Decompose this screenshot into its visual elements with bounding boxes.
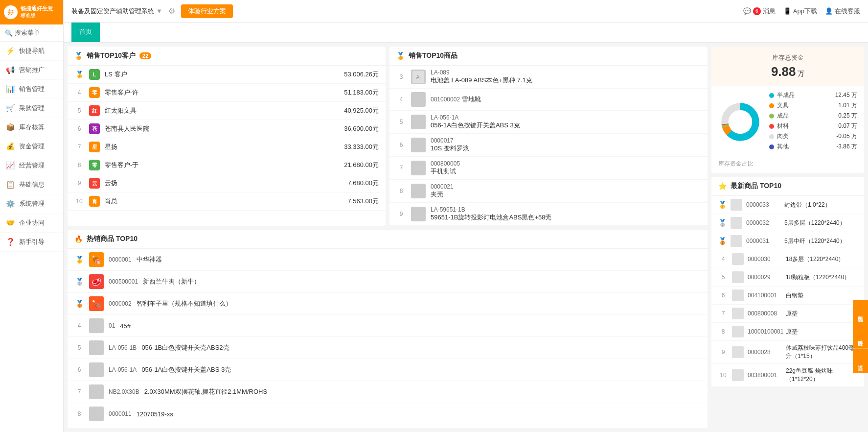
product-image	[732, 253, 744, 265]
avatar: 零	[89, 87, 100, 98]
legend-item-meat: 肉类 -0.05 万	[769, 132, 857, 141]
rank-num: 6	[74, 125, 84, 132]
hot-products-body: 🥇 🍖 0000001 中华神器 🥈 🥩 000500001 新西兰牛肉（新牛）…	[68, 249, 708, 428]
float-btn-live[interactable]: 直播	[853, 349, 868, 373]
product-row: 5 LA-056-1B 056-1B白色按键开关壳ABS2壳	[68, 337, 708, 359]
table-row: 9 云 云扬 7,680.00元	[68, 174, 386, 192]
product-code: 0000032	[746, 219, 780, 226]
table-row: 10 肖 肖总 7,563.00元	[68, 192, 386, 211]
product-image	[89, 340, 104, 355]
sidebar-item-guide[interactable]: ❓ 新手引导	[0, 233, 63, 252]
product-code: 0000033	[746, 201, 780, 208]
sidebar-item-inventory[interactable]: 📦 库存核算	[0, 118, 63, 137]
donut-chart	[718, 100, 762, 144]
product-name: 056-1B白色按键开关壳ABS2壳	[141, 343, 229, 352]
rank-num: 9	[74, 180, 84, 187]
sidebar-item-finance[interactable]: 💰 资金管理	[0, 137, 63, 156]
product-row: 6 LA-056-1A 056-1A白色按键开关盖ABS 3壳	[68, 359, 708, 381]
system-name: 装备及固定资产辅助管理系统	[71, 7, 154, 16]
legend-value: 1.01 万	[838, 101, 857, 110]
sidebar-item-quick-nav[interactable]: ⚡ 快捷导航	[0, 42, 63, 61]
messages-item[interactable]: 💬 6 消息	[743, 7, 776, 16]
sidebar-item-basics[interactable]: 📋 基础信息	[0, 175, 63, 194]
inventory-value: 9.88	[771, 64, 796, 79]
top-products-sales-title: 销售TOP10商品	[409, 51, 457, 60]
table-row: 4 零 零售客户-许 51,183.00元	[68, 84, 386, 102]
sidebar-item-operations[interactable]: 📈 经营管理	[0, 156, 63, 175]
app-download-item[interactable]: 📱 App下载	[783, 7, 817, 16]
product-name: 056-1A白色按键开关盖ABS 3壳	[141, 365, 231, 374]
product-code: NB2.0X30B	[109, 388, 139, 395]
enterprise-icon: 🤝	[6, 218, 15, 227]
top-customers-panel: 🏅 销售TOP10客户 22 🥇 L LS 客户 53,006.26元 4	[68, 47, 386, 226]
trial-button[interactable]: 体验行业方案	[181, 4, 233, 18]
sidebar-item-purchase[interactable]: 🛒 采购管理	[0, 99, 63, 118]
settings-icon[interactable]: ⚙	[168, 6, 175, 16]
operations-icon: 📈	[6, 161, 15, 170]
product-image	[89, 384, 104, 399]
search-icon: 🔍	[5, 29, 13, 37]
top-products-sales-body: 3 Ai LA-089 电池盖 LA-089 ABS本色+黑种 7.1克 4	[389, 66, 708, 226]
product-code: 0000030	[748, 256, 782, 263]
sidebar-item-label: 营销推广	[19, 66, 45, 74]
rank-num: 4	[74, 89, 84, 96]
product-name: 5层中纤（1220*2440）	[784, 237, 857, 245]
float-btn-service[interactable]: 客服热线	[853, 300, 868, 324]
svg-text:Ai: Ai	[416, 74, 421, 80]
product-name: 056-1A白色按键开关盖ABS 3克	[431, 121, 701, 130]
rank-num: 7	[718, 310, 728, 317]
table-row: 7 星 星扬 33,333.00元	[68, 138, 386, 156]
product-row: 3 Ai LA-089 电池盖 LA-089 ABS本色+黑种 7.1克	[389, 66, 708, 89]
sidebar-logo: 好 畅捷通好生意 标准版	[0, 0, 63, 24]
messages-badge: 6	[753, 7, 761, 15]
sidebar-item-enterprise[interactable]: 🤝 企业协同	[0, 214, 63, 233]
hot-products-title: 热销商品 TOP10	[87, 235, 137, 243]
customer-name: 云扬	[105, 179, 343, 188]
avatar: 零	[89, 160, 100, 170]
finance-icon: 💰	[6, 142, 15, 151]
product-name: 45#	[120, 322, 131, 330]
product-name: 12070519-xs	[137, 410, 173, 418]
legend-name: 其他	[777, 143, 833, 151]
service-icon: 👤	[825, 7, 833, 15]
product-code: LA-056-1A	[431, 114, 701, 121]
messages-label: 消息	[763, 7, 776, 16]
legend-dot	[769, 134, 774, 139]
customer-amount: 53,006.26元	[344, 70, 379, 79]
sidebar-item-label: 基础信息	[19, 180, 45, 189]
sidebar-item-label: 新手引导	[19, 238, 45, 246]
header-right: 💬 6 消息 📱 App下载 👤 在线客服	[743, 7, 860, 16]
table-row: 8 零 零售客户-于 21,680.00元	[68, 156, 386, 174]
online-service-item[interactable]: 👤 在线客服	[825, 7, 860, 16]
float-btn-community[interactable]: 服务社区	[853, 324, 868, 349]
rank-num: 5	[718, 274, 728, 281]
phone-icon: 📱	[783, 7, 791, 15]
product-name: 电池盖 LA-089 ABS本色+黑种 7.1克	[431, 76, 701, 85]
legend-value: 12.45 万	[835, 91, 857, 99]
sidebar-item-system[interactable]: ⚙️ 系统管理	[0, 194, 63, 214]
search-label: 搜索菜单	[15, 28, 40, 37]
avatar: 星	[89, 142, 100, 152]
content: 🏅 销售TOP10客户 22 🥇 L LS 客户 53,006.26元 4	[64, 43, 868, 432]
legend-item-other: 其他 -3.86 万	[769, 143, 857, 151]
sidebar-item-marketing[interactable]: 📢 营销推广	[0, 61, 63, 80]
top-customers-header: 🏅 销售TOP10客户 22	[68, 47, 386, 66]
newest-row: 🥉 0000031 5层中纤（1220*2440）	[711, 232, 864, 250]
newest-row: 8 10000100001 原垄	[711, 323, 864, 341]
sidebar-search[interactable]: 🔍 搜索菜单	[0, 24, 63, 42]
hot-products-panel: 🔥 热销商品 TOP10 🥇 🍖 0000001 中华神器 🥈 🥩 000500…	[68, 230, 708, 428]
customer-name: 肖总	[105, 197, 343, 206]
customer-name: 苍南县人民医院	[105, 124, 339, 133]
table-row: 🥇 L LS 客户 53,006.26元	[68, 66, 386, 84]
product-name: 体威荔枝味苏打饮品400毫升（1*15）	[786, 344, 857, 360]
tab-home[interactable]: 首页	[71, 23, 100, 42]
dropdown-icon[interactable]: ▼	[156, 7, 162, 15]
rank-num: 5	[74, 344, 84, 351]
product-image: Ai	[411, 70, 426, 84]
rank-num: 7	[74, 144, 84, 150]
customer-name: 零售客户-于	[105, 161, 339, 169]
sidebar-item-sales[interactable]: 📊 销售管理	[0, 80, 63, 99]
online-service-label: 在线客服	[835, 7, 860, 16]
inventory-unit: 万	[798, 70, 804, 77]
customer-name: 红太阳文具	[105, 106, 339, 115]
